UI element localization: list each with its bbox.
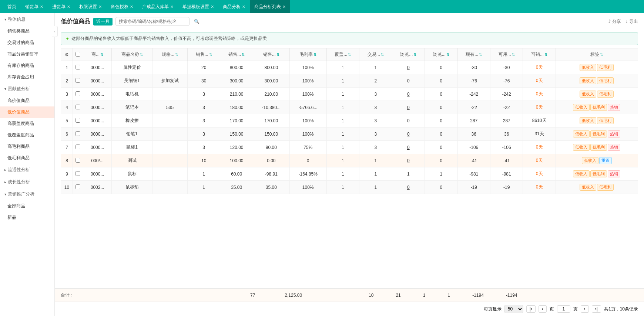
view1-link[interactable]: 0 (407, 145, 410, 150)
col-view1[interactable]: 浏览...⇅ (392, 48, 425, 61)
nav-close-list[interactable]: ✕ (282, 4, 286, 9)
col-view2[interactable]: 浏览...⇅ (425, 48, 457, 61)
export-button[interactable]: ↓ 导出 (625, 18, 638, 25)
row-checkbox[interactable] (76, 118, 80, 123)
col-margin[interactable]: 毛利率⇅ (289, 48, 326, 61)
cell-checkbox[interactable] (73, 128, 83, 141)
cell-view1[interactable]: 0 (392, 101, 425, 114)
page-number-input[interactable] (557, 305, 570, 313)
sidebar-collapse-button[interactable]: ‹ (52, 26, 58, 37)
sidebar-item-all-products[interactable]: 全部商品 (0, 200, 54, 212)
sidebar-item-low-margin[interactable]: 低毛利商品 (0, 152, 54, 164)
col-sales-price[interactable]: 销售...⇅ (220, 48, 253, 61)
nav-close-warehouse[interactable]: ✕ (170, 4, 174, 9)
cell-view1[interactable]: 0 (392, 61, 425, 74)
next-page-button[interactable]: › (581, 305, 589, 313)
cell-checkbox[interactable] (73, 167, 83, 181)
cell-view1[interactable]: 0 (392, 154, 425, 167)
sidebar-group-contribution[interactable]: ▾ 贡献值分析 (0, 83, 54, 95)
col-tags[interactable]: 标签⇅ (556, 48, 638, 61)
select-all-checkbox[interactable] (76, 52, 80, 57)
nav-home[interactable]: 首页 (3, 0, 21, 13)
sidebar-item-category-rate[interactable]: 商品分类销售率 (0, 48, 54, 60)
sidebar-item-high-coverage[interactable]: 高覆盖度商品 (0, 118, 54, 129)
col-saleable[interactable]: 可销...⇅ (523, 48, 556, 61)
sidebar-group-marketing[interactable]: ▾ 营销推广分析 (0, 188, 54, 200)
nav-template-settings[interactable]: 单据模板设置 ✕ (178, 0, 218, 13)
col-available[interactable]: 可用...⇅ (490, 48, 523, 61)
sidebar-item-inventory-fund[interactable]: 库存资金占用 (0, 71, 54, 83)
sidebar-item-new-products[interactable]: 新品 (0, 212, 54, 223)
cell-view1[interactable]: 1 (392, 167, 425, 181)
cell-checkbox[interactable] (73, 154, 83, 167)
view1-link[interactable]: 0 (407, 118, 410, 123)
nav-product-analysis[interactable]: 商品分析 ✕ (218, 0, 250, 13)
row-checkbox[interactable] (76, 145, 80, 149)
nav-product-warehouse[interactable]: 产成品入库单 ✕ (138, 0, 178, 13)
col-code[interactable]: 商...⇅ (83, 48, 112, 61)
col-spec[interactable]: 规格...⇅ (152, 48, 188, 61)
sidebar-item-high-margin[interactable]: 高毛利商品 (0, 141, 54, 152)
sidebar-item-low-value[interactable]: 低价值商品 (0, 106, 54, 118)
row-checkbox[interactable] (76, 158, 80, 163)
col-current[interactable]: 现有...⇅ (457, 48, 490, 61)
view1-link[interactable]: 0 (407, 65, 410, 70)
nav-close-purchase[interactable]: ✕ (67, 4, 70, 9)
nav-sales-order[interactable]: 销货单 ✕ (21, 0, 48, 13)
view1-link[interactable]: 0 (407, 92, 410, 97)
nav-close-permissions[interactable]: ✕ (98, 4, 102, 9)
last-page-button[interactable]: ›| (592, 305, 601, 313)
view1-link[interactable]: 0 (407, 132, 410, 137)
sidebar-group-growth[interactable]: ▸ 成长性分析 (0, 176, 54, 188)
nav-role-auth[interactable]: 角色授权 ✕ (106, 0, 138, 13)
first-page-button[interactable]: |‹ (526, 305, 536, 313)
search-input[interactable] (115, 17, 189, 26)
nav-close-template[interactable]: ✕ (211, 4, 214, 9)
page-size-select[interactable]: 50 100 200 (504, 305, 523, 313)
row-checkbox[interactable] (76, 91, 80, 96)
nav-close-analysis[interactable]: ✕ (242, 4, 245, 9)
col-name[interactable]: 商品名称⇅ (112, 48, 152, 61)
sidebar-item-low-coverage[interactable]: 低覆盖度商品 (0, 129, 54, 141)
nav-close-role[interactable]: ✕ (130, 4, 133, 9)
cell-checkbox[interactable] (73, 114, 83, 128)
col-checkbox[interactable] (73, 48, 83, 61)
row-checkbox[interactable] (76, 184, 80, 189)
col-sales-cost[interactable]: 销售...⇅ (253, 48, 289, 61)
cell-view1[interactable]: 0 (392, 181, 425, 194)
cell-checkbox[interactable] (73, 181, 83, 194)
search-icon[interactable]: 🔍 (194, 19, 199, 24)
sidebar-item-high-value[interactable]: 高价值商品 (0, 95, 54, 106)
sidebar-item-traded[interactable]: 交易过的商品 (0, 37, 54, 48)
nav-permissions[interactable]: 权限设置 ✕ (75, 0, 106, 13)
sidebar-group-circulation[interactable]: ▸ 流通性分析 (0, 164, 54, 176)
nav-analysis-list[interactable]: 商品分析列表 ✕ (250, 0, 290, 13)
cell-checkbox[interactable] (73, 61, 83, 74)
cell-checkbox[interactable] (73, 101, 83, 114)
cell-view1[interactable]: 0 (392, 88, 425, 101)
cell-view1[interactable]: 0 (392, 74, 425, 88)
row-checkbox[interactable] (76, 78, 80, 83)
cell-view1[interactable]: 0 (392, 114, 425, 128)
sidebar-group-overall[interactable]: ▾ 整体信息 (0, 13, 54, 26)
time-tag-button[interactable]: 近一月 (93, 18, 113, 26)
row-checkbox[interactable] (76, 131, 80, 136)
col-trade[interactable]: 交易...⇅ (359, 48, 392, 61)
row-checkbox[interactable] (76, 105, 80, 109)
cell-view1[interactable]: 0 (392, 141, 425, 154)
cell-checkbox[interactable] (73, 74, 83, 88)
view1-link[interactable]: 0 (407, 105, 410, 110)
col-coverage[interactable]: 覆盖...⇅ (326, 48, 359, 61)
prev-page-button[interactable]: ‹ (539, 305, 547, 313)
row-checkbox[interactable] (76, 171, 80, 176)
sidebar-item-stocked[interactable]: 有库存的商品 (0, 60, 54, 71)
view1-link[interactable]: 0 (407, 185, 410, 190)
nav-close-sales[interactable]: ✕ (40, 4, 43, 9)
share-button[interactable]: ⤴ 分享 (608, 18, 621, 25)
cell-view1[interactable]: 0 (392, 128, 425, 141)
nav-purchase-order[interactable]: 进货单 ✕ (48, 0, 75, 13)
cell-checkbox[interactable] (73, 88, 83, 101)
sidebar-item-sales-goods[interactable]: 销售类商品 (0, 26, 54, 37)
view1-link[interactable]: 1 (407, 171, 410, 177)
col-settings[interactable]: ⚙ (61, 48, 73, 61)
